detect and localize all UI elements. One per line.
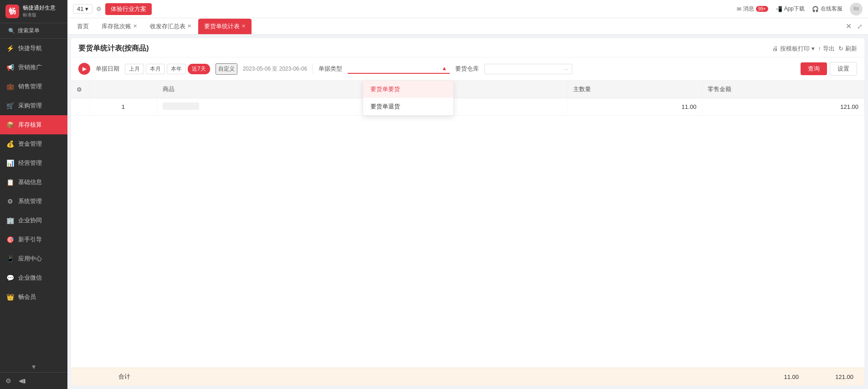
system-icon: ⚙ — [5, 197, 15, 206]
type-dropdown: 要货单要货 要货单退货 — [363, 80, 454, 116]
app-logo: 畅 畅捷通好生意 标准版 — [0, 0, 67, 23]
table-body: 1 块 11.00 121.00 — [71, 98, 864, 116]
sidebar-item-label: 销售管理 — [18, 82, 42, 91]
warehouse-label: 要货仓库 — [455, 65, 479, 73]
marketing-icon: 📢 — [5, 63, 15, 72]
app-download-btn[interactable]: 📲 App下载 — [776, 5, 805, 13]
member-icon: 👑 — [5, 292, 15, 302]
sidebar-item-enterprise[interactable]: 🏢 企业协同 — [0, 211, 67, 230]
settings-btn[interactable]: 设置 — [830, 62, 857, 76]
trial-industry-button[interactable]: 体验行业方案 — [105, 3, 152, 15]
date-shortcuts: 上月 本月 本年 近7天 — [125, 64, 210, 74]
sidebar-item-marketing[interactable]: 📢 营销推广 — [0, 58, 67, 77]
online-service-label: 在线客服 — [821, 5, 842, 13]
message-label: 消息 — [743, 5, 754, 13]
avatar[interactable]: Rit — [850, 3, 863, 15]
print-btn[interactable]: 🖨 按模板打印 ▾ — [772, 45, 815, 53]
date-custom-btn[interactable]: 自定义 — [216, 63, 237, 75]
message-icon: ✉ — [737, 6, 741, 12]
dropdown-item-order-return[interactable]: 要货单退货 — [363, 98, 453, 115]
page-header: 要货单统计表(按商品) 🖨 按模板打印 ▾ ↑ 导出 ↻ 刷新 — [71, 38, 864, 57]
th-qty: 主数量 — [567, 81, 702, 98]
tab-receivable-summary-label: 收发存汇总表 — [150, 22, 185, 31]
data-table: ⚙ 商品 主计量单位 主数量 零售金额 1 — [71, 81, 864, 116]
print-icon: 🖨 — [772, 45, 778, 52]
main-area: 41 ▾ ⚙ 体验行业方案 ✉ 消息 99+ 📲 App下载 🎧 在线客服 Ri… — [67, 0, 868, 389]
date-last-month-btn[interactable]: 上月 — [125, 64, 144, 74]
tab-inventory-batch[interactable]: 库存批次账 ✕ — [96, 19, 143, 34]
sidebar-item-quick-nav[interactable]: ⚡ 快捷导航 — [0, 39, 67, 58]
page-content: 要货单统计表(按商品) 🖨 按模板打印 ▾ ↑ 导出 ↻ 刷新 ▶ — [71, 38, 864, 385]
export-btn[interactable]: ↑ 导出 — [818, 45, 835, 53]
td-amount: 121.00 — [702, 98, 864, 116]
footer-label: 合计 — [113, 373, 695, 381]
query-btn[interactable]: 查询 — [801, 62, 827, 75]
sidebar-item-sales[interactable]: 💼 销售管理 — [0, 77, 67, 96]
tabbar-maximize[interactable]: ⤢ — [855, 23, 864, 30]
sidebar-item-basic[interactable]: 📋 基础信息 — [0, 173, 67, 192]
refresh-icon: ↻ — [838, 45, 843, 52]
tab-order-stats[interactable]: 要货单统计表 ✕ — [198, 19, 252, 34]
sidebar-item-guide[interactable]: 🎯 新手引导 — [0, 230, 67, 249]
logo-icon: 畅 — [5, 5, 19, 18]
sidebar-item-operations[interactable]: 📊 经营管理 — [0, 154, 67, 173]
sidebar-item-app-center[interactable]: 📱 应用中心 — [0, 249, 67, 268]
page-title: 要货单统计表(按商品) — [78, 44, 149, 53]
sidebar-scroll-down[interactable]: ▼ — [0, 362, 67, 372]
online-service-btn[interactable]: 🎧 在线客服 — [812, 5, 842, 13]
tab-order-stats-close[interactable]: ✕ — [241, 23, 246, 29]
sidebar-item-system[interactable]: ⚙ 系统管理 — [0, 192, 67, 211]
quick-nav-icon: ⚡ — [5, 44, 15, 53]
tabbar: 首页 库存批次账 ✕ 收发存汇总表 ✕ 要货单统计表 ✕ ✕ ⤢ — [67, 18, 868, 35]
sidebar-item-purchase[interactable]: 🛒 采购管理 — [0, 96, 67, 115]
collapse-icon[interactable]: ◀▮ — [19, 378, 26, 384]
topbar-left: 41 ▾ ⚙ 体验行业方案 — [73, 3, 152, 15]
sidebar-item-label: 经营管理 — [18, 159, 42, 167]
dropdown-item-order-goods[interactable]: 要货单要货 — [363, 81, 453, 98]
sidebar-item-finance[interactable]: 💰 资金管理 — [0, 134, 67, 154]
tab-receivable-summary[interactable]: 收发存汇总表 ✕ — [144, 19, 197, 34]
tab-inventory-batch-label: 库存批次账 — [102, 22, 131, 31]
footer-qty: 11.00 — [750, 374, 804, 380]
sidebar-item-wechat[interactable]: 💬 企业微信 — [0, 268, 67, 287]
app-download-label: App下载 — [784, 5, 805, 13]
warehouse-more-icon[interactable]: ··· — [563, 66, 568, 72]
table-row: 1 块 11.00 121.00 — [71, 98, 864, 116]
tabbar-actions: ✕ ⤢ — [844, 22, 864, 31]
sidebar-item-member[interactable]: 👑 畅会员 — [0, 287, 67, 307]
footer-amount: 121.00 — [804, 374, 859, 380]
sidebar: 畅 畅捷通好生意 标准版 🔍 搜索菜单 ⚡ 快捷导航 📢 营销推广 💼 销售管理… — [0, 0, 67, 389]
table-container: ⚙ 商品 主计量单位 主数量 零售金额 1 — [71, 81, 864, 368]
type-input[interactable] — [350, 65, 442, 72]
sidebar-item-label: 快捷导航 — [18, 44, 42, 52]
th-settings[interactable]: ⚙ — [71, 81, 89, 98]
print-label: 按模板打印 — [780, 45, 810, 53]
store-selector[interactable]: 41 ▾ — [73, 4, 92, 14]
tab-inventory-batch-close[interactable]: ✕ — [133, 23, 137, 29]
enterprise-icon: 🏢 — [5, 216, 15, 225]
type-chevron-icon[interactable]: ▲ — [442, 65, 447, 72]
filter-divider — [313, 63, 313, 74]
sidebar-search[interactable]: 🔍 搜索菜单 — [0, 23, 67, 39]
tab-receivable-summary-close[interactable]: ✕ — [187, 23, 191, 29]
tab-home[interactable]: 首页 — [71, 19, 95, 34]
headset-icon: 🎧 — [812, 6, 819, 12]
topbar-settings-icon[interactable]: ⚙ — [96, 5, 102, 12]
warehouse-input[interactable] — [488, 66, 561, 72]
date-this-year-btn[interactable]: 本年 — [167, 64, 186, 74]
date-last-7-days-btn[interactable]: 近7天 — [188, 64, 210, 74]
refresh-btn[interactable]: ↻ 刷新 — [838, 45, 857, 53]
filter-expand-btn[interactable]: ▶ — [78, 63, 90, 75]
app-center-icon: 📱 — [5, 254, 15, 263]
wechat-icon: 💬 — [5, 273, 15, 282]
tabbar-close-all[interactable]: ✕ — [844, 22, 853, 31]
type-select[interactable]: ▲ — [348, 64, 450, 74]
filter-actions: 查询 设置 — [801, 62, 857, 76]
date-this-month-btn[interactable]: 本月 — [146, 64, 165, 74]
sidebar-item-label: 库存核算 — [18, 121, 42, 129]
settings-icon[interactable]: ⚙ — [5, 377, 11, 384]
table-footer: 合计 11.00 121.00 — [71, 368, 864, 385]
message-btn[interactable]: ✉ 消息 99+ — [737, 5, 768, 13]
sidebar-bottom: ⚙ ◀▮ — [0, 372, 67, 389]
sidebar-item-inventory[interactable]: 📦 库存核算 — [0, 115, 67, 134]
